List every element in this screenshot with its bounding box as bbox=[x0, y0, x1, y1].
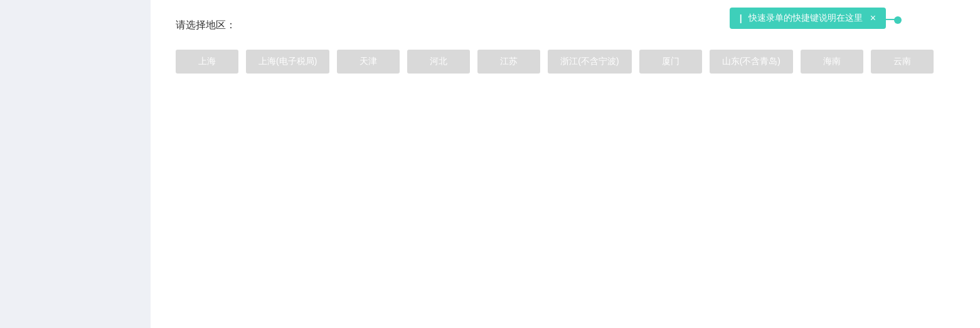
tooltip-line bbox=[886, 19, 895, 20]
tooltip-dot bbox=[894, 16, 902, 24]
tooltip-banner: 快速录单的快捷键说明在这里 × bbox=[730, 8, 886, 29]
tooltip-close-button[interactable]: × bbox=[870, 13, 876, 23]
region-button-0[interactable]: 上海 bbox=[176, 50, 238, 74]
left-sidebar bbox=[0, 0, 151, 328]
region-button-7[interactable]: 山东(不含青岛) bbox=[710, 50, 793, 74]
main-content: 请选择地区： 上海上海(电子税局)天津河北江苏浙江(不含宁波)厦门山东(不含青岛… bbox=[151, 0, 980, 328]
region-button-2[interactable]: 天津 bbox=[337, 50, 400, 74]
region-button-6[interactable]: 厦门 bbox=[639, 50, 702, 74]
region-button-5[interactable]: 浙江(不含宁波) bbox=[548, 50, 631, 74]
region-button-1[interactable]: 上海(电子税局) bbox=[246, 50, 329, 74]
region-button-3[interactable]: 河北 bbox=[407, 50, 470, 74]
region-buttons-container: 上海上海(电子税局)天津河北江苏浙江(不含宁波)厦门山东(不含青岛)海南云南 bbox=[176, 50, 955, 74]
tooltip-text: 快速录单的快捷键说明在这里 bbox=[748, 13, 863, 24]
region-button-4[interactable]: 江苏 bbox=[477, 50, 540, 74]
region-button-8[interactable]: 海南 bbox=[801, 50, 863, 74]
region-button-9[interactable]: 云南 bbox=[871, 50, 934, 74]
